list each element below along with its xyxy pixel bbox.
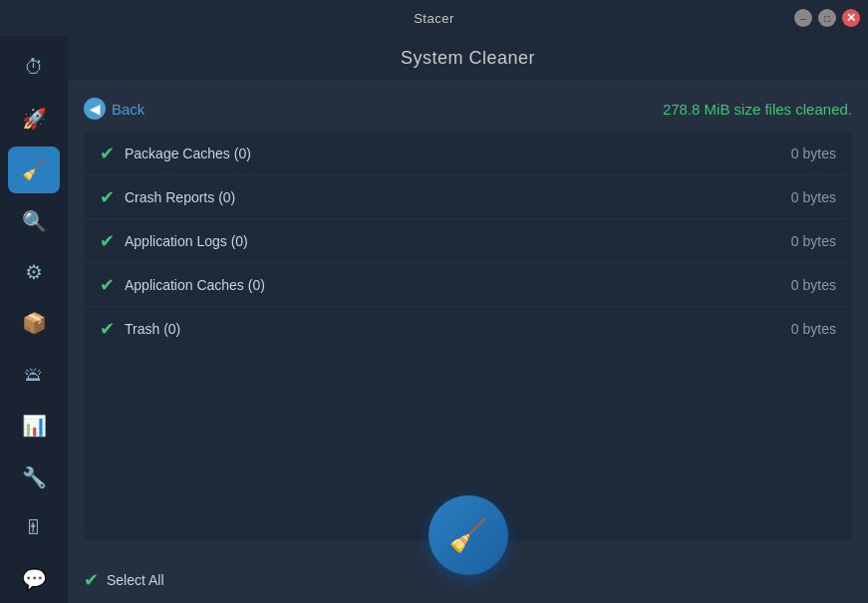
row-check-icon: ✔ [100,186,115,208]
main-content: System Cleaner ◀ Back 278.8 MiB size fil… [68,36,868,603]
inner-content: ◀ Back 278.8 MiB size files cleaned. ✔ P… [68,82,868,557]
sidebar-item-services[interactable]: 🛎 [8,351,60,398]
back-label: Back [112,101,145,118]
cleaned-message: 278.8 MiB size files cleaned. [663,101,852,118]
close-button[interactable]: ✕ [842,9,860,27]
sidebar: ⏱ 🚀 🧹 🔍 ⚙ 📦 🛎 📊 🔧 🎚 💬 [0,36,68,603]
broom-icon: 🧹 [448,516,488,554]
window-controls: – □ ✕ [794,9,860,27]
sidebar-item-dashboard[interactable]: ⏱ [8,44,60,91]
row-size: 0 bytes [756,277,836,293]
title-bar: Stacer – □ ✕ [0,0,868,36]
page-title: System Cleaner [401,48,535,68]
row-check-icon: ✔ [100,318,115,340]
content-wrapper: ◀ Back 278.8 MiB size files cleaned. ✔ P… [68,82,868,603]
sidebar-item-startup[interactable]: 🚀 [8,95,60,142]
row-size: 0 bytes [756,189,836,205]
row-check-icon: ✔ [100,143,115,164]
table-row[interactable]: ✔ Application Caches (0) 0 bytes [84,263,852,307]
select-all-row[interactable]: ✔ Select All [84,569,164,591]
sidebar-item-resources[interactable]: 📊 [8,403,60,450]
sidebar-item-cleaner[interactable]: 🧹 [8,147,60,193]
table-row[interactable]: ✔ Application Logs (0) 0 bytes [84,219,852,263]
sidebar-item-search[interactable]: 🔍 [8,197,60,244]
row-label: Application Logs (0) [125,233,756,249]
app-title: Stacer [414,11,454,26]
row-size: 0 bytes [756,233,836,249]
row-check-icon: ✔ [100,274,115,296]
sidebar-item-packages[interactable]: 📦 [8,300,60,347]
back-icon: ◀ [84,98,106,120]
sidebar-item-terminal[interactable]: 💬 [8,556,60,603]
select-all-check-icon: ✔ [84,569,99,591]
clean-button[interactable]: 🧹 [429,495,508,575]
table-row[interactable]: ✔ Crash Reports (0) 0 bytes [84,175,852,219]
minimize-button[interactable]: – [794,9,812,27]
select-all-label: Select All [107,572,164,588]
row-size: 0 bytes [756,321,836,337]
items-table: ✔ Package Caches (0) 0 bytes ✔ Crash Rep… [84,132,852,541]
row-label: Package Caches (0) [125,146,756,161]
sidebar-item-apt[interactable]: 🎚 [8,504,60,551]
back-button[interactable]: ◀ Back [84,98,145,120]
sidebar-item-tools[interactable]: 🔧 [8,453,60,500]
row-label: Application Caches (0) [125,277,756,293]
maximize-button[interactable]: □ [818,9,836,27]
row-size: 0 bytes [756,146,836,161]
table-row[interactable]: ✔ Package Caches (0) 0 bytes [84,132,852,175]
table-row[interactable]: ✔ Trash (0) 0 bytes [84,307,852,351]
sidebar-item-settings[interactable]: ⚙ [8,248,60,295]
page-header: System Cleaner [68,36,868,82]
back-row: ◀ Back 278.8 MiB size files cleaned. [84,98,852,120]
row-check-icon: ✔ [100,230,115,252]
app-body: ⏱ 🚀 🧹 🔍 ⚙ 📦 🛎 📊 🔧 🎚 💬 System Cleaner ◀ B… [0,36,868,603]
row-label: Crash Reports (0) [125,189,756,205]
row-label: Trash (0) [125,321,756,337]
